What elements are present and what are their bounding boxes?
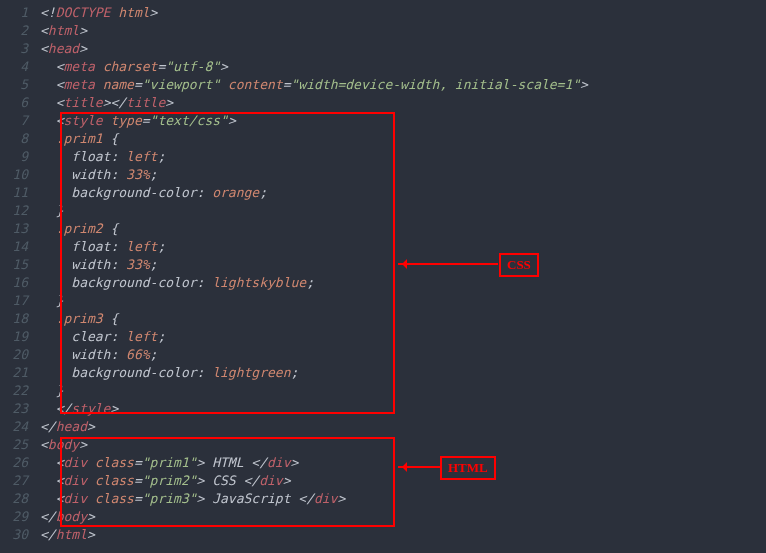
line-number: 15 [8,256,28,274]
line-number: 19 [8,328,28,346]
line-number: 24 [8,418,28,436]
code-line[interactable]: <body> [40,436,766,454]
line-number: 1 [8,4,28,22]
code-line[interactable]: } [40,202,766,220]
code-line[interactable]: background-color: lightgreen; [40,364,766,382]
code-line[interactable]: <meta charset="utf-8"> [40,58,766,76]
line-number: 16 [8,274,28,292]
line-number: 17 [8,292,28,310]
line-number: 20 [8,346,28,364]
line-number: 4 [8,58,28,76]
code-line[interactable]: <html> [40,22,766,40]
code-line[interactable]: <style type="text/css"> [40,112,766,130]
line-number-gutter: 1234567891011121314151617181920212223242… [0,0,40,553]
code-line[interactable]: <!DOCTYPE html> [40,4,766,22]
line-number: 6 [8,94,28,112]
code-line[interactable]: <div class="prim2"> CSS </div> [40,472,766,490]
code-line[interactable]: } [40,382,766,400]
code-line[interactable]: .prim2 { [40,220,766,238]
code-line[interactable]: background-color: orange; [40,184,766,202]
line-number: 7 [8,112,28,130]
line-number: 5 [8,76,28,94]
line-number: 23 [8,400,28,418]
code-line[interactable]: width: 33%; [40,166,766,184]
line-number: 11 [8,184,28,202]
code-line[interactable]: float: left; [40,148,766,166]
code-line[interactable]: width: 66%; [40,346,766,364]
css-arrow [398,263,498,265]
line-number: 18 [8,310,28,328]
line-number: 3 [8,40,28,58]
line-number: 28 [8,490,28,508]
line-number: 30 [8,526,28,544]
code-line[interactable]: } [40,292,766,310]
code-line[interactable]: </head> [40,418,766,436]
code-line[interactable]: <meta name="viewport" content="width=dev… [40,76,766,94]
line-number: 25 [8,436,28,454]
line-number: 2 [8,22,28,40]
line-number: 8 [8,130,28,148]
code-line[interactable]: </style> [40,400,766,418]
line-number: 29 [8,508,28,526]
code-line[interactable]: <title></title> [40,94,766,112]
line-number: 13 [8,220,28,238]
line-number: 9 [8,148,28,166]
code-line[interactable]: float: left; [40,238,766,256]
line-number: 21 [8,364,28,382]
code-line[interactable]: background-color: lightskyblue; [40,274,766,292]
code-line[interactable]: clear: left; [40,328,766,346]
line-number: 14 [8,238,28,256]
css-label: CSS [499,253,539,277]
line-number: 22 [8,382,28,400]
html-label: HTML [440,456,496,480]
code-line[interactable]: .prim3 { [40,310,766,328]
html-arrow [398,466,440,468]
code-line[interactable]: <div class="prim3"> JavaScript </div> [40,490,766,508]
code-line[interactable]: </html> [40,526,766,544]
code-editor[interactable]: 1234567891011121314151617181920212223242… [0,0,766,553]
line-number: 27 [8,472,28,490]
code-line[interactable]: .prim1 { [40,130,766,148]
code-line[interactable]: <head> [40,40,766,58]
line-number: 12 [8,202,28,220]
code-line[interactable]: </body> [40,508,766,526]
line-number: 10 [8,166,28,184]
line-number: 26 [8,454,28,472]
